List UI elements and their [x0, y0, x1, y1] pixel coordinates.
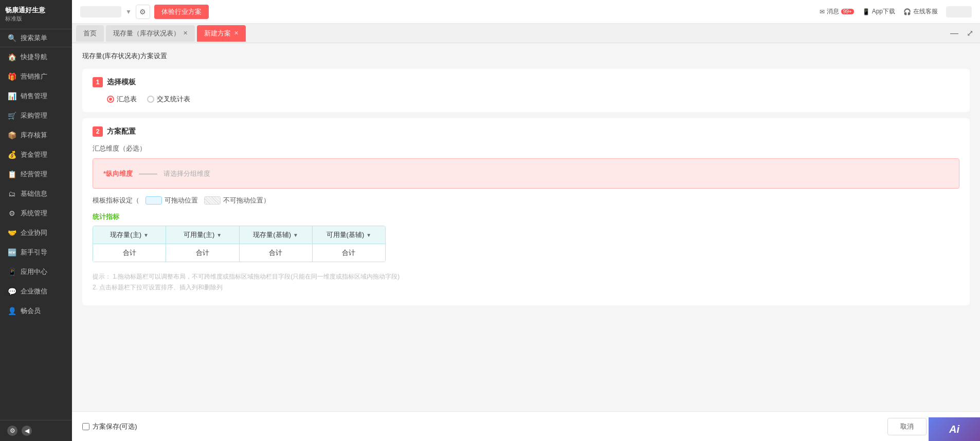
chat-icon: 💬 [7, 287, 16, 296]
col-body-0: 合计 [93, 244, 166, 262]
download-icon: 📱 [862, 8, 870, 15]
tab-home[interactable]: 首页 [76, 25, 104, 42]
tab-inventory-close[interactable]: ✕ [183, 30, 188, 36]
tab-inventory[interactable]: 现存量（库存状况表） ✕ [106, 25, 195, 42]
topbar-right: ✉ 消息 99+ 📱 App下载 🎧 在线客服 [820, 6, 972, 17]
stats-table-header: 现存量(主) ▼ 可用量(主) ▼ 现存量(基辅) ▼ 可用量(基辅) ▼ [93, 226, 385, 244]
sidebar-label-finance: 资金管理 [21, 150, 47, 159]
draggable-label: 可拖动位置 [165, 196, 198, 205]
sidebar-item-operation[interactable]: 📋 经营管理 [0, 164, 72, 184]
col-header-3[interactable]: 可用量(基辅) ▼ [313, 226, 385, 244]
sidebar-search[interactable]: 🔍 搜索菜单 [0, 29, 72, 47]
sidebar-label-sales: 销售管理 [21, 91, 47, 101]
sidebar-item-inventory[interactable]: 📦 库存核算 [0, 125, 72, 145]
sidebar-label-system: 系统管理 [21, 209, 47, 218]
save-checkbox[interactable] [82, 423, 89, 430]
settings-icon[interactable]: ⚙ [7, 426, 17, 436]
col-chevron-2[interactable]: ▼ [293, 232, 298, 238]
template-indicator: 模板指标设定（ 可拖动位置 不可拖动位置） [93, 196, 959, 205]
tab-inventory-label: 现存量（库存状况表） [113, 29, 180, 38]
summary-dim-label: 汇总维度（必选） [93, 144, 959, 153]
page-title: 现存量(库存状况表)方案设置 [82, 51, 970, 61]
minimize-btn[interactable]: — [948, 27, 960, 40]
col-header-1[interactable]: 可用量(主) ▼ [166, 226, 239, 244]
radio-summary-circle [107, 96, 114, 103]
hint2: 2. 点击标题栏下拉可设置排序、插入列和删除列 [93, 283, 959, 292]
handshake-icon: 🤝 [7, 228, 16, 237]
step1-title: 选择模板 [107, 78, 136, 87]
col-chevron-3[interactable]: ▼ [366, 232, 371, 238]
sidebar-item-newbie[interactable]: 🆕 新手引导 [0, 243, 72, 262]
save-option-label: 方案保存(可选) [93, 422, 137, 431]
save-option[interactable]: 方案保存(可选) [82, 422, 137, 431]
tabbar: 首页 现存量（库存状况表） ✕ 新建方案 ✕ — ⤢ [72, 24, 980, 43]
messages-label: 消息 [827, 7, 839, 16]
col-header-2[interactable]: 现存量(基辅) ▼ [240, 226, 313, 244]
tab-new-close[interactable]: ✕ [234, 30, 239, 36]
stats-table: 现存量(主) ▼ 可用量(主) ▼ 现存量(基辅) ▼ 可用量(基辅) ▼ [93, 226, 386, 262]
col-label-3: 可用量(基辅) [326, 230, 365, 240]
topbar-dropdown-icon[interactable]: ▼ [125, 8, 132, 15]
tab-new[interactable]: 新建方案 ✕ [197, 25, 246, 42]
app-download-btn[interactable]: 📱 App下载 [862, 7, 895, 16]
online-service-label: 在线客服 [913, 7, 938, 16]
trial-btn[interactable]: 体验行业方案 [154, 5, 209, 19]
online-service-btn[interactable]: 🎧 在线客服 [903, 7, 938, 16]
sidebar-item-shortcut[interactable]: 🏠 快捷导航 [0, 47, 72, 67]
user-icon: 👤 [7, 306, 16, 316]
sidebar-item-member[interactable]: 👤 畅会员 [0, 301, 72, 321]
phone-icon: 📱 [7, 267, 16, 277]
dimension-dash: —— [139, 168, 157, 179]
col-header-0[interactable]: 现存量(主) ▼ [93, 226, 166, 244]
topbar-search-bar[interactable] [80, 6, 121, 17]
sidebar-item-finance[interactable]: 💰 资金管理 [0, 145, 72, 164]
radio-summary-label: 汇总表 [117, 95, 137, 104]
section-step1: 1 选择模板 汇总表 交叉统计表 [82, 69, 970, 112]
sidebar-item-basic[interactable]: 🗂 基础信息 [0, 184, 72, 204]
sidebar-item-sales[interactable]: 📊 销售管理 [0, 86, 72, 106]
non-draggable-label: 不可拖动位置） [223, 196, 270, 205]
step2-header: 2 方案配置 [93, 126, 959, 137]
col-chevron-0[interactable]: ▼ [143, 232, 149, 238]
app-download-label: App下载 [872, 7, 895, 16]
user-avatar[interactable] [946, 6, 972, 17]
ai-badge[interactable]: Ai [929, 417, 980, 441]
messages-badge: 99+ [841, 9, 854, 14]
step2-badge: 2 [93, 126, 103, 137]
radio-cross[interactable]: 交叉统计表 [147, 95, 190, 104]
radio-cross-label: 交叉统计表 [157, 95, 190, 104]
cart-icon: 🛒 [7, 111, 16, 120]
hints-area: 提示： 1.拖动标题栏可以调整布局，不可跨维度或指标区域拖动栏目字段(只能在同一… [93, 269, 959, 297]
sidebar-label-marketing: 营销推广 [21, 72, 47, 81]
sidebar-item-marketing[interactable]: 🎁 营销推广 [0, 67, 72, 86]
sidebar-item-wechat[interactable]: 💬 企业微信 [0, 282, 72, 301]
bottom-bar: 方案保存(可选) 取消 查询 [72, 411, 980, 441]
collapse-icon[interactable]: ◀ [22, 426, 32, 436]
sidebar-item-corp[interactable]: 🤝 企业协同 [0, 223, 72, 243]
topbar-left: ▼ ⚙ 体验行业方案 [80, 5, 814, 19]
cancel-button[interactable]: 取消 [887, 418, 927, 435]
gift-icon: 🎁 [7, 72, 16, 81]
col-label-2: 现存量(基辅) [253, 230, 291, 240]
search-menu-label: 搜索菜单 [21, 33, 47, 43]
sidebar-label-purchase: 采购管理 [21, 111, 47, 120]
dimension-box[interactable]: *纵向维度 —— 请选择分组维度 [93, 158, 959, 189]
maximize-btn[interactable]: ⤢ [964, 27, 976, 40]
sidebar-item-system[interactable]: ⚙ 系统管理 [0, 204, 72, 223]
sidebar-logo: 畅康通好生意 标准版 [0, 0, 72, 29]
radio-summary[interactable]: 汇总表 [107, 95, 137, 104]
chart-icon: 📊 [7, 91, 16, 101]
topbar-gear-btn[interactable]: ⚙ [136, 5, 150, 19]
sidebar-label-basic: 基础信息 [21, 189, 47, 198]
tab-home-label: 首页 [83, 29, 97, 38]
ai-label: Ai [949, 424, 959, 435]
col-label-0: 现存量(主) [110, 230, 141, 240]
messages-btn[interactable]: ✉ 消息 99+ [820, 7, 854, 16]
col-chevron-1[interactable]: ▼ [216, 232, 222, 238]
sidebar-item-purchase[interactable]: 🛒 采购管理 [0, 106, 72, 125]
topbar: ▼ ⚙ 体验行业方案 ✉ 消息 99+ 📱 App下载 🎧 在线客服 [72, 0, 980, 24]
col-body-2: 合计 [240, 244, 313, 262]
sidebar-item-apps[interactable]: 📱 应用中心 [0, 262, 72, 282]
home-icon: 🏠 [7, 52, 16, 62]
money-icon: 💰 [7, 150, 16, 159]
